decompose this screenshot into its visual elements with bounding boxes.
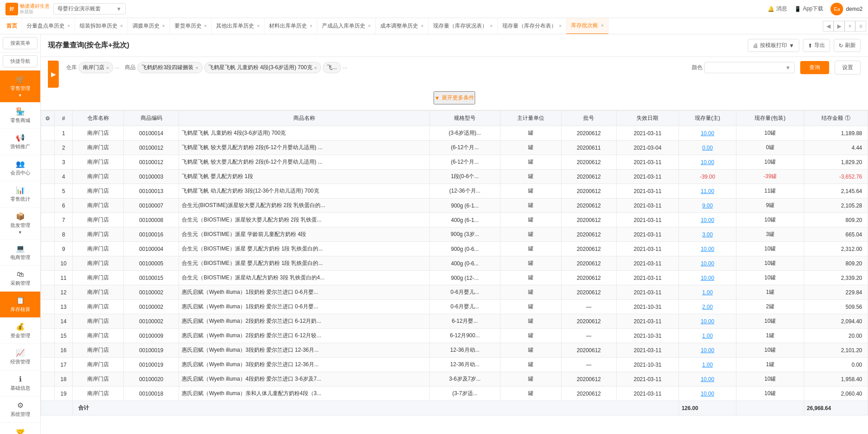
row-setting[interactable] <box>41 314 55 329</box>
close-icon[interactable]: × <box>204 24 207 28</box>
tab-cailiao[interactable]: 材料出库单历史 × <box>264 18 317 34</box>
sidebar-item-purchase[interactable]: 🛍 采购管理 <box>0 266 40 292</box>
row-setting[interactable] <box>41 141 55 155</box>
row-qty-main[interactable]: 9.00 <box>679 198 736 213</box>
row-setting[interactable] <box>41 155 55 170</box>
row-setting[interactable] <box>41 242 55 256</box>
query-btn[interactable]: 查询 <box>800 61 829 74</box>
row-setting[interactable] <box>41 285 55 300</box>
close-icon[interactable]: × <box>257 24 259 28</box>
search-menu-btn[interactable]: 搜索英单 <box>3 37 38 49</box>
row-qty-main[interactable]: 10.00 <box>679 271 736 285</box>
row-setting[interactable] <box>41 358 55 372</box>
col-setting[interactable]: ⚙ <box>41 111 55 126</box>
tab-home[interactable]: 首页 <box>2 18 22 34</box>
close-icon[interactable]: × <box>601 23 604 28</box>
sidebar-item-collab[interactable]: 🤝 企业协同 <box>0 423 40 434</box>
tab-xiancun2[interactable]: 现存量（库存分布表） × <box>498 18 567 34</box>
row-qty-main[interactable]: 10.00 <box>679 126 736 141</box>
nav-prev-btn[interactable]: ◀ <box>823 21 834 32</box>
tab-chancheng[interactable]: 产成品入库单历史 × <box>317 18 376 34</box>
tab-xiancun1[interactable]: 现存量（库存状况表） × <box>429 18 498 34</box>
row-qty-main[interactable]: 10.00 <box>679 387 736 401</box>
row-qty-main[interactable]: 1.00 <box>679 285 736 300</box>
account-selector[interactable]: 母婴行业演示账套 ▼ <box>53 3 126 14</box>
tab-kucun[interactable]: 库存批次账 × <box>566 18 609 34</box>
tab-qita[interactable]: 其他出库单历史 × <box>212 18 264 34</box>
row-setting[interactable] <box>41 343 55 358</box>
close-icon[interactable]: × <box>368 24 371 28</box>
tab-chengben[interactable]: 成本调整单历史 × <box>376 18 429 34</box>
export-btn[interactable]: ⬆ 导出 <box>803 39 830 52</box>
sidebar-item-mall[interactable]: 🏪 零售商城 <box>0 103 40 129</box>
row-setting[interactable] <box>41 227 55 242</box>
sidebar-item-wholesale[interactable]: 📦 批发管理 ▼ <box>0 208 40 240</box>
row-qty-main[interactable]: 11.00 <box>679 184 736 198</box>
remove-goods1-btn[interactable]: × <box>195 65 198 71</box>
expand-arrow-btn[interactable]: ▶ <box>48 61 59 88</box>
row-qty-main[interactable]: 10.00 <box>679 242 736 256</box>
row-setting[interactable] <box>41 372 55 387</box>
row-qty-main[interactable]: 3.00 <box>679 227 736 242</box>
tab-zuzhuang[interactable]: 组装拆卸单历史 × <box>75 18 128 34</box>
nav-close-btn[interactable]: × <box>844 21 855 32</box>
app-download-btn[interactable]: 📱 App下载 <box>794 5 823 13</box>
sidebar-item-retail[interactable]: 🛒 零售管理 ▼ <box>0 71 40 103</box>
print-btn[interactable]: 🖨 按模板打印 ▼ <box>748 39 799 52</box>
row-setting[interactable] <box>41 213 55 227</box>
close-icon[interactable]: × <box>421 24 424 28</box>
row-qty-main[interactable]: 10.00 <box>679 314 736 329</box>
sidebar-item-system[interactable]: ⚙ 系统管理 <box>0 396 40 423</box>
sidebar-item-inventory[interactable]: 📋 库存核算 <box>0 292 40 318</box>
row-qty-main[interactable]: 0.00 <box>679 141 736 155</box>
row-qty-main[interactable]: 1.00 <box>679 358 736 372</box>
refresh-btn[interactable]: ↻ 刷新 <box>834 39 861 52</box>
sidebar-item-member[interactable]: 👥 会员中心 <box>0 155 40 181</box>
row-setting[interactable] <box>41 329 55 343</box>
row-qty-main[interactable]: 10.00 <box>679 372 736 387</box>
row-setting[interactable] <box>41 271 55 285</box>
expand-conditions-btn[interactable]: ▼ 展开更多条件 <box>434 91 475 104</box>
nav-next-btn[interactable]: ▶ <box>834 21 844 32</box>
warehouse-more-btn[interactable]: ··· <box>115 65 119 71</box>
row-qty-main[interactable]: 2.00 <box>679 300 736 314</box>
sidebar-item-ecommerce[interactable]: 💻 电商管理 <box>0 240 40 266</box>
goods-more-btn[interactable]: ··· <box>343 65 347 71</box>
nav-menu-btn[interactable]: ≡ <box>855 21 866 32</box>
row-setting[interactable] <box>41 184 55 198</box>
messages-btn[interactable]: 🔔 消息 <box>768 5 787 13</box>
close-icon[interactable]: × <box>310 24 312 28</box>
color-input[interactable]: ▼ <box>704 62 795 73</box>
sidebar-item-operation[interactable]: 📈 经营管理 <box>0 344 40 370</box>
goods-tag-3[interactable]: 飞... <box>323 62 341 73</box>
settings-btn[interactable]: 设置 <box>835 61 861 75</box>
user-area[interactable]: Ea demo2 <box>830 3 863 15</box>
remove-warehouse-btn[interactable]: × <box>106 65 109 71</box>
close-icon[interactable]: × <box>120 24 123 28</box>
close-icon[interactable]: × <box>67 24 70 28</box>
row-qty-main[interactable]: 1.00 <box>679 329 736 343</box>
row-qty-main[interactable]: 10.00 <box>679 213 736 227</box>
row-qty-main[interactable]: 10.00 <box>679 343 736 358</box>
row-setting[interactable] <box>41 256 55 271</box>
close-icon[interactable]: × <box>490 24 493 28</box>
row-setting[interactable] <box>41 387 55 401</box>
row-setting[interactable] <box>41 126 55 141</box>
row-qty-main[interactable]: 10.00 <box>679 155 736 170</box>
tab-diaoba[interactable]: 调拨单历史 × <box>128 18 170 34</box>
row-qty-main[interactable]: -39.00 <box>679 170 736 184</box>
row-setting[interactable] <box>41 198 55 213</box>
row-qty-main[interactable]: 10.00 <box>679 256 736 271</box>
quick-nav-btn[interactable]: 快捷导航 <box>3 55 38 67</box>
sidebar-item-basic[interactable]: ℹ 基础信息 <box>0 370 40 396</box>
row-setting[interactable] <box>41 300 55 314</box>
tab-fenliang[interactable]: 分量盘点单历史 × <box>22 18 75 34</box>
sidebar-item-finance[interactable]: 💰 资金管理 <box>0 318 40 344</box>
close-icon[interactable]: × <box>162 24 165 28</box>
tab-yaohuo[interactable]: 要货单历史 × <box>170 18 212 34</box>
sidebar-item-stats[interactable]: 📊 零售统计 <box>0 181 40 208</box>
close-icon[interactable]: × <box>559 24 562 28</box>
sidebar-item-marketing[interactable]: 📢 营销推广 <box>0 129 40 155</box>
row-setting[interactable] <box>41 170 55 184</box>
remove-goods2-btn[interactable]: × <box>314 65 317 71</box>
